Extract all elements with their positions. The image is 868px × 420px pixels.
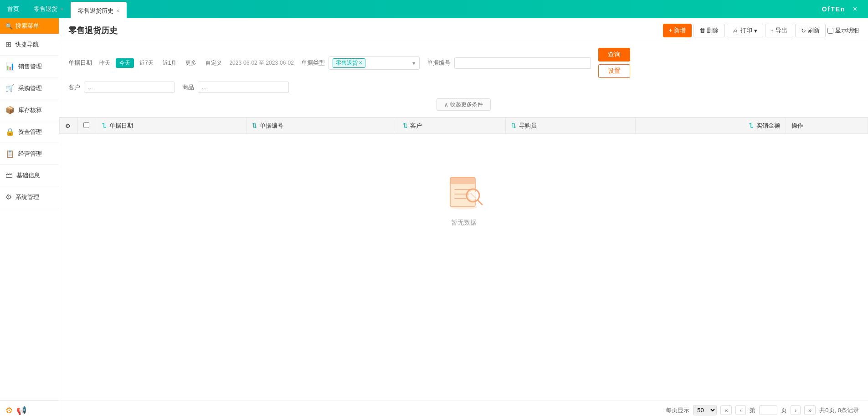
empty-state-cell: 暂无数据 [60, 134, 868, 264]
number-sort-icon: ⇅ [252, 122, 257, 129]
prev-page-button[interactable]: ‹ [735, 405, 745, 415]
customer-filter-input[interactable] [84, 82, 175, 93]
print-icon: 🖨 [733, 27, 739, 34]
basic-info-icon: 🗃 [5, 171, 13, 179]
th-number-label: 单据编号 [260, 122, 283, 129]
tab-home[interactable]: 首页 [0, 0, 26, 18]
type-filter-label: 单据类型 [301, 59, 325, 67]
last-page-button[interactable]: » [804, 405, 816, 415]
page-header: 零售退货历史 + 新增 🗑 删除 🖨 打印 ▾ ↑ 导出 ↻ [59, 18, 868, 43]
query-setup-col: 查询 设置 [598, 48, 630, 78]
total-text: 共0页, 0条记录 [819, 406, 859, 415]
sales-mgmt-icon: 📊 [5, 62, 15, 71]
export-icon: ↑ [771, 27, 774, 34]
th-amount[interactable]: ⇅ 实销金额 [635, 118, 786, 134]
tab-retail-return-history-close[interactable]: × [116, 8, 119, 14]
inventory-icon: 📦 [5, 106, 15, 114]
goods-filter-input[interactable] [198, 82, 289, 93]
sidebar-item-purchase-mgmt-label: 采购管理 [18, 84, 42, 92]
filter-row-1: 单据日期 昨天 今天 近7天 近1月 更多 自定义 2023-06-02 至 2… [68, 48, 859, 78]
per-page-select[interactable]: 10 20 50 100 [693, 405, 717, 415]
sidebar-item-system-mgmt-label: 系统管理 [15, 193, 39, 201]
select-all-checkbox[interactable] [83, 122, 89, 128]
th-action-label: 操作 [791, 122, 803, 129]
page-suffix: 页 [781, 406, 787, 415]
type-filter-select[interactable]: 零售退货 × ▾ [329, 56, 420, 70]
refresh-label: 刷新 [808, 26, 820, 35]
sidebar: 🔍 搜索菜单 ⊞ 快捷导航 📊 销售管理 🛒 采购管理 📦 库存核算 🔒 [0, 18, 59, 420]
tab-home-label: 首页 [7, 5, 19, 13]
show-detail-checkbox[interactable] [827, 28, 833, 34]
amount-sort-icon: ⇅ [749, 122, 754, 129]
svg-rect-2 [450, 177, 475, 184]
type-filter-remove[interactable]: × [359, 60, 362, 66]
customer-sort-icon: ⇅ [403, 122, 408, 129]
tab-retail-return-history-label: 零售退货历史 [78, 7, 113, 15]
th-guide[interactable]: ⇅ 导购员 [506, 118, 635, 134]
page-prefix: 第 [750, 406, 755, 415]
date-btn-7days[interactable]: 近7天 [136, 58, 157, 68]
print-button[interactable]: 🖨 打印 ▾ [727, 24, 763, 37]
speaker-icon[interactable]: 📢 [16, 405, 26, 415]
date-btn-yesterday[interactable]: 昨天 [96, 58, 114, 68]
next-page-button[interactable]: › [791, 405, 801, 415]
customer-filter-label: 客户 [68, 83, 80, 92]
brand-label: OfTEn [822, 5, 846, 13]
date-filter-group: 单据日期 昨天 今天 近7天 近1月 更多 自定义 2023-06-02 至 2… [68, 58, 294, 68]
delete-button[interactable]: 🗑 删除 [693, 24, 725, 37]
sidebar-item-sales-mgmt-label: 销售管理 [18, 62, 42, 71]
add-button[interactable]: + 新增 [663, 24, 692, 37]
settings-icon[interactable]: ⚙ [5, 405, 13, 415]
close-window-button[interactable]: × [849, 3, 861, 15]
th-customer[interactable]: ⇅ 客户 [397, 118, 506, 134]
collapse-row: ∧ 收起更多条件 [68, 97, 859, 113]
sidebar-item-inventory[interactable]: 📦 库存核算 [0, 99, 59, 121]
sidebar-item-sales-mgmt[interactable]: 📊 销售管理 [0, 56, 59, 77]
sidebar-nav: ⊞ 快捷导航 📊 销售管理 🛒 采购管理 📦 库存核算 🔒 资金管理 📋 [0, 34, 59, 400]
date-btn-more[interactable]: 更多 [182, 58, 200, 68]
page-title-row: 零售退货历史 + 新增 🗑 删除 🖨 打印 ▾ ↑ 导出 ↻ [68, 24, 859, 37]
type-filter-tag-value: 零售退货 [336, 59, 358, 67]
sidebar-item-inventory-label: 库存核算 [18, 106, 42, 114]
sidebar-item-system-mgmt[interactable]: ⚙ 系统管理 [0, 186, 59, 208]
th-settings[interactable]: ⚙ [60, 118, 78, 134]
refresh-button[interactable]: ↻ 刷新 [795, 24, 826, 37]
collapse-label: 收起更多条件 [450, 101, 483, 108]
query-button[interactable]: 查询 [598, 48, 630, 61]
collapse-button[interactable]: ∧ 收起更多条件 [437, 98, 491, 111]
sidebar-item-basic-info[interactable]: 🗃 基础信息 [0, 165, 59, 186]
purchase-mgmt-icon: 🛒 [5, 84, 15, 92]
guide-sort-icon: ⇅ [511, 122, 516, 129]
table-header: ⚙ ⇅ 单据日期 ⇅ 单据编号 ⇅ 客户 [60, 118, 868, 134]
th-date[interactable]: ⇅ 单据日期 [96, 118, 247, 134]
tab-retail-return-close[interactable]: × [60, 6, 63, 12]
tab-bar: 首页 零售退货 × 零售退货历史 × [0, 0, 822, 18]
setup-button[interactable]: 设置 [598, 64, 630, 78]
top-bar-right: OfTEn × [822, 3, 868, 15]
sidebar-item-operation-mgmt[interactable]: 📋 经营管理 [0, 143, 59, 165]
sidebar-item-finance-mgmt[interactable]: 🔒 资金管理 [0, 121, 59, 143]
main-layout: 🔍 搜索菜单 ⊞ 快捷导航 📊 销售管理 🛒 采购管理 📦 库存核算 🔒 [0, 18, 868, 420]
tab-retail-return-history[interactable]: 零售退货历史 × [71, 2, 127, 20]
filter-row-2: 客户 商品 [68, 82, 859, 93]
export-button[interactable]: ↑ 导出 [765, 24, 794, 37]
sidebar-item-quick-nav[interactable]: ⊞ 快捷导航 [0, 34, 59, 56]
th-checkbox[interactable] [78, 118, 96, 134]
th-number[interactable]: ⇅ 单据编号 [247, 118, 397, 134]
date-btn-1month[interactable]: 近1月 [159, 58, 180, 68]
tab-retail-return[interactable]: 零售退货 × [26, 0, 71, 18]
date-filter-label: 单据日期 [68, 59, 92, 67]
date-filters: 昨天 今天 近7天 近1月 更多 自定义 [96, 58, 226, 68]
first-page-button[interactable]: « [720, 405, 732, 415]
sidebar-search[interactable]: 🔍 搜索菜单 [0, 18, 59, 34]
show-detail-toggle[interactable]: 显示明细 [827, 26, 859, 35]
date-btn-custom[interactable]: 自定义 [202, 58, 226, 68]
type-filter-arrow: ▾ [412, 60, 416, 67]
date-btn-today[interactable]: 今天 [116, 58, 134, 68]
per-page-label: 每页显示 [666, 406, 689, 415]
page-title: 零售退货历史 [68, 25, 118, 36]
page-input[interactable]: 1 [759, 405, 777, 415]
tab-retail-return-label: 零售退货 [34, 5, 57, 13]
number-filter-input[interactable] [454, 57, 591, 69]
sidebar-item-purchase-mgmt[interactable]: 🛒 采购管理 [0, 77, 59, 99]
